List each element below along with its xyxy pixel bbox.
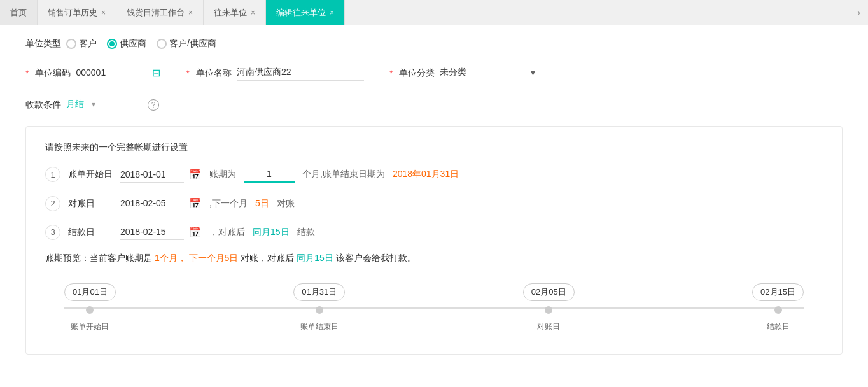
- tab-sales-history[interactable]: 销售订单历史 ×: [38, 0, 116, 25]
- calendar-icon-3[interactable]: 📅: [189, 226, 202, 238]
- required-star-code: *: [25, 68, 29, 78]
- preview-period: 1个月，: [155, 253, 186, 263]
- radio-customer[interactable]: 客户: [66, 38, 97, 50]
- radio-both[interactable]: 客户/供应商: [157, 38, 216, 50]
- tab-cash-workbench-label: 钱货日清工作台: [127, 7, 185, 18]
- timeline-node-2: 02月05日 对账日: [523, 283, 575, 332]
- timeline-node-0: 01月01日 账单开始日: [64, 283, 116, 332]
- preview-text: 账期预览：当前客户账期是 1个月， 下一个月5日 对账，对账后 同月15日 该客…: [45, 253, 823, 264]
- row-label-3: 结款日: [68, 227, 113, 238]
- period-prefix-1: 账期为: [209, 169, 236, 180]
- payment-suffix-prefix: ，对账后: [209, 227, 245, 238]
- preview-payment: 同月15日: [297, 253, 333, 263]
- copy-icon[interactable]: ⊟: [152, 67, 160, 79]
- preview-reconcile-suffix: 对账，对账后: [241, 253, 294, 263]
- tab-partner-units-label: 往来单位: [214, 7, 247, 18]
- form-row-unit-type: 单位类型 客户 供应商 客户/供应商: [25, 38, 843, 50]
- setting-row-3: 3 结款日 📅 ，对账后 同月15日 结款: [45, 224, 823, 240]
- period-unit-label: 个月,账单结束日期为: [302, 169, 385, 180]
- timeline-node-1: 01月31日 账单结束日: [293, 283, 345, 332]
- main-content: 单位类型 客户 供应商 客户/供应商 * 单位编码: [0, 25, 868, 387]
- payment-terms-select[interactable]: 月结 ▾: [66, 96, 143, 113]
- required-star-name: *: [186, 68, 189, 78]
- unit-code-input[interactable]: [76, 65, 152, 80]
- timeline-label-3: 结款日: [767, 321, 790, 332]
- date-input-group-1: 📅: [120, 167, 202, 183]
- unit-category-value: 未分类: [440, 67, 466, 78]
- radio-both-label: 客户/供应商: [169, 38, 216, 50]
- tab-partner-units[interactable]: 往来单位 ×: [204, 0, 266, 25]
- tab-edit-partner-close[interactable]: ×: [330, 8, 334, 17]
- date-input-3[interactable]: [120, 224, 184, 240]
- tab-edit-partner-label: 编辑往来单位: [276, 7, 326, 18]
- timeline-badge-0: 01月01日: [64, 283, 116, 301]
- period-end-date: 2018年01月31日: [393, 169, 459, 180]
- card-box: 请按照未来的一个完整帐期进行设置 1 账单开始日 📅 账期为 个月,账单结束日期…: [25, 126, 843, 355]
- unit-code-label: 单位编码: [35, 67, 71, 79]
- payment-suffix-text: 结款: [297, 227, 315, 238]
- tab-bar: 首页 销售订单历史 × 钱货日清工作台 × 往来单位 × 编辑往来单位 × ›: [0, 0, 868, 25]
- row-num-2: 2: [45, 196, 60, 211]
- row-num-1: 1: [45, 167, 60, 182]
- period-input[interactable]: [244, 166, 295, 183]
- calendar-icon-2[interactable]: 📅: [189, 197, 202, 209]
- date-input-group-2: 📅: [120, 195, 202, 211]
- unit-name-label: 单位名称: [196, 67, 232, 79]
- date-input-2[interactable]: [120, 195, 184, 211]
- tab-cash-workbench[interactable]: 钱货日清工作台 ×: [116, 0, 204, 25]
- timeline-items: 01月01日 账单开始日 01月31日 账单结束日 02月05日 对账日 02月…: [64, 283, 804, 332]
- date-input-1[interactable]: [120, 167, 184, 183]
- unit-code-input-wrapper: ⊟: [76, 62, 160, 83]
- field-unit-type: 单位类型 客户 供应商 客户/供应商: [25, 38, 216, 50]
- payment-terms-value: 月结: [66, 99, 84, 110]
- field-unit-name: * 单位名称: [186, 65, 363, 81]
- timeline-dot-3: [774, 306, 782, 314]
- radio-both-circle: [157, 39, 167, 49]
- timeline-badge-2: 02月05日: [523, 283, 575, 301]
- tab-edit-partner[interactable]: 编辑往来单位 ×: [266, 0, 345, 25]
- radio-customer-label: 客户: [79, 38, 97, 50]
- tab-sales-history-close[interactable]: ×: [101, 8, 106, 17]
- form-row-payment-terms: 收款条件 月结 ▾ ?: [25, 96, 843, 113]
- reconcile-suffix-text: 对账: [277, 198, 295, 209]
- payment-terms-label: 收款条件: [25, 99, 61, 111]
- radio-group-unit-type: 客户 供应商 客户/供应商: [66, 38, 216, 50]
- timeline-dot-0: [86, 306, 94, 314]
- unit-category-label: 单位分类: [399, 67, 435, 79]
- date-input-group-3: 📅: [120, 224, 202, 240]
- timeline-label-2: 对账日: [537, 321, 560, 332]
- unit-name-input[interactable]: [237, 65, 364, 81]
- timeline: 01月01日 账单开始日 01月31日 账单结束日 02月05日 对账日 02月…: [45, 277, 823, 339]
- radio-supplier-label: 供应商: [120, 38, 146, 50]
- row-label-2: 对账日: [68, 198, 113, 209]
- timeline-badge-1: 01月31日: [293, 283, 345, 301]
- timeline-dot-2: [545, 306, 552, 314]
- radio-supplier[interactable]: 供应商: [107, 38, 146, 50]
- timeline-badge-3: 02月15日: [752, 283, 804, 301]
- field-payment-terms: 收款条件 月结 ▾ ?: [25, 96, 159, 113]
- category-dropdown-icon: ▾: [531, 67, 535, 78]
- calendar-icon-1[interactable]: 📅: [189, 169, 202, 181]
- tab-bar-arrow[interactable]: ›: [850, 0, 868, 25]
- setting-row-1: 1 账单开始日 📅 账期为 个月,账单结束日期为 2018年01月31日: [45, 166, 823, 183]
- tab-home[interactable]: 首页: [0, 0, 38, 25]
- unit-category-select[interactable]: 未分类 ▾: [440, 64, 535, 81]
- setting-row-2: 2 对账日 📅 ,下一个月5日 对账: [45, 195, 823, 211]
- unit-type-label: 单位类型: [25, 38, 61, 50]
- field-unit-code: * 单位编码 ⊟: [25, 62, 160, 83]
- card-title: 请按照未来的一个完整帐期进行设置: [45, 142, 823, 153]
- preview-label: 账期预览：当前客户账期是: [45, 253, 152, 263]
- tab-cash-workbench-close[interactable]: ×: [188, 8, 193, 17]
- row-num-3: 3: [45, 225, 60, 240]
- help-icon[interactable]: ?: [148, 99, 159, 111]
- tab-partner-units-close[interactable]: ×: [251, 8, 255, 17]
- field-unit-category: * 单位分类 未分类 ▾: [389, 64, 535, 81]
- required-star-category: *: [389, 68, 393, 78]
- timeline-label-1: 账单结束日: [300, 321, 339, 332]
- radio-customer-circle: [66, 39, 76, 49]
- tab-sales-history-label: 销售订单历史: [48, 7, 97, 18]
- preview-reconcile-prefix: 下一个月5日: [189, 253, 239, 263]
- preview-end: 该客户会给我打款。: [336, 253, 416, 263]
- row-label-1: 账单开始日: [68, 169, 113, 180]
- reconcile-day: 5日: [255, 198, 269, 209]
